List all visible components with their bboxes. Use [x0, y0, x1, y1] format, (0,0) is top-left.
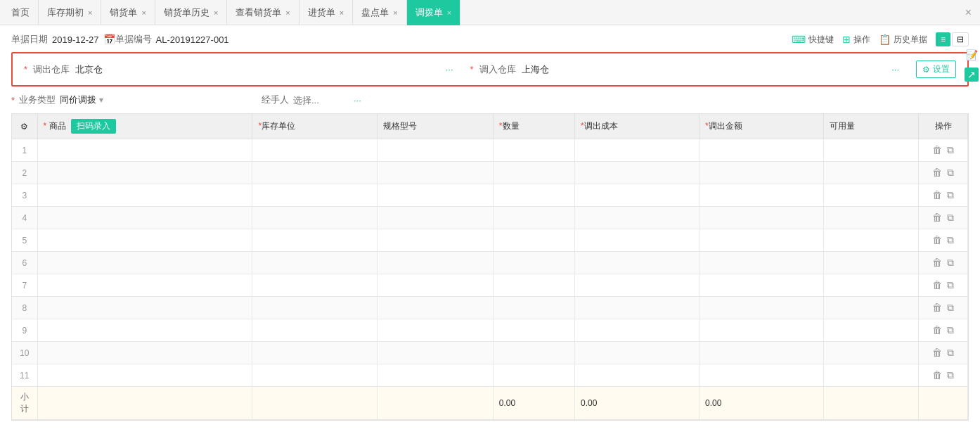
- available-cell[interactable]: [824, 229, 919, 252]
- product-cell[interactable]: [37, 364, 252, 387]
- available-cell[interactable]: [824, 207, 919, 229]
- product-cell[interactable]: [37, 162, 252, 184]
- unit-cell[interactable]: [252, 229, 377, 252]
- delete-icon[interactable]: 🗑: [932, 234, 942, 246]
- spec-cell[interactable]: [377, 319, 493, 342]
- available-cell[interactable]: [824, 319, 919, 342]
- setting-button[interactable]: ⚙ 设置: [916, 60, 956, 78]
- close-icon[interactable]: ×: [285, 8, 290, 17]
- amount-cell[interactable]: [699, 162, 824, 184]
- product-cell[interactable]: [37, 297, 252, 319]
- copy-icon[interactable]: ⧉: [947, 144, 954, 155]
- out-warehouse-dots[interactable]: ···: [446, 64, 453, 75]
- business-type-select[interactable]: 同价调拨 ▾: [60, 94, 250, 106]
- cost-cell[interactable]: [574, 162, 699, 184]
- unit-cell[interactable]: [252, 252, 377, 274]
- delete-icon[interactable]: 🗑: [932, 167, 942, 178]
- cost-cell[interactable]: [574, 252, 699, 274]
- copy-icon[interactable]: ⧉: [947, 257, 954, 268]
- quantity-cell[interactable]: [493, 207, 574, 229]
- product-cell[interactable]: [37, 139, 252, 162]
- cost-cell[interactable]: [574, 342, 699, 364]
- quantity-cell[interactable]: [493, 184, 574, 207]
- copy-icon[interactable]: ⧉: [947, 324, 954, 336]
- quantity-cell[interactable]: [493, 364, 574, 387]
- unit-cell[interactable]: [252, 274, 377, 297]
- quantity-cell[interactable]: [493, 319, 574, 342]
- spec-cell[interactable]: [377, 229, 493, 252]
- close-icon[interactable]: ×: [141, 8, 146, 17]
- tab-inventory-init[interactable]: 库存期初 ×: [39, 0, 101, 25]
- tab-home[interactable]: 首页: [3, 0, 39, 25]
- tab-sales-order[interactable]: 销货单 ×: [101, 0, 155, 25]
- copy-icon[interactable]: ⧉: [947, 279, 954, 291]
- quantity-cell[interactable]: [493, 229, 574, 252]
- tab-sales-history[interactable]: 销货单历史 ×: [155, 0, 227, 25]
- product-cell[interactable]: [37, 184, 252, 207]
- notes-icon[interactable]: 📝: [965, 48, 979, 62]
- available-cell[interactable]: [824, 274, 919, 297]
- delete-icon[interactable]: 🗑: [932, 279, 942, 291]
- spec-cell[interactable]: [377, 139, 493, 162]
- operation-btn[interactable]: ⊞ 操作: [842, 34, 870, 46]
- unit-cell[interactable]: [252, 207, 377, 229]
- close-icon[interactable]: ×: [340, 8, 344, 17]
- available-cell[interactable]: [824, 364, 919, 387]
- product-cell[interactable]: [37, 319, 252, 342]
- copy-icon[interactable]: ⧉: [947, 167, 954, 178]
- tab-inventory-check[interactable]: 盘点单 ×: [353, 0, 406, 25]
- tab-view-sales[interactable]: 查看销货单 ×: [227, 0, 299, 25]
- unit-cell[interactable]: [252, 162, 377, 184]
- calendar-icon[interactable]: 📅: [103, 34, 115, 45]
- history-btn[interactable]: 📋 历史单据: [879, 34, 927, 46]
- available-cell[interactable]: [824, 297, 919, 319]
- delete-icon[interactable]: 🗑: [932, 324, 942, 336]
- product-cell[interactable]: [37, 229, 252, 252]
- gear-column-header[interactable]: ⚙: [12, 114, 37, 139]
- delete-icon[interactable]: 🗑: [932, 257, 942, 268]
- close-icon[interactable]: ×: [393, 8, 397, 17]
- product-cell[interactable]: [37, 342, 252, 364]
- close-icon[interactable]: ×: [88, 8, 92, 17]
- amount-cell[interactable]: [699, 319, 824, 342]
- tab-transfer-order[interactable]: 调拨单 ×: [407, 0, 460, 25]
- unit-cell[interactable]: [252, 184, 377, 207]
- cost-cell[interactable]: [574, 229, 699, 252]
- window-close-button[interactable]: ×: [965, 6, 977, 19]
- amount-cell[interactable]: [699, 297, 824, 319]
- cost-cell[interactable]: [574, 139, 699, 162]
- copy-icon[interactable]: ⧉: [947, 302, 954, 313]
- amount-cell[interactable]: [699, 364, 824, 387]
- amount-cell[interactable]: [699, 342, 824, 364]
- in-warehouse-dots[interactable]: ···: [891, 64, 899, 75]
- spec-cell[interactable]: [377, 274, 493, 297]
- copy-icon[interactable]: ⧉: [947, 347, 954, 358]
- close-icon[interactable]: ×: [447, 8, 451, 17]
- cost-cell[interactable]: [574, 319, 699, 342]
- unit-cell[interactable]: [252, 139, 377, 162]
- close-icon[interactable]: ×: [214, 8, 218, 17]
- spec-cell[interactable]: [377, 364, 493, 387]
- amount-cell[interactable]: [699, 139, 824, 162]
- amount-cell[interactable]: [699, 184, 824, 207]
- handler-input[interactable]: [293, 95, 349, 106]
- product-cell[interactable]: [37, 274, 252, 297]
- amount-cell[interactable]: [699, 252, 824, 274]
- spec-cell[interactable]: [377, 162, 493, 184]
- amount-cell[interactable]: [699, 207, 824, 229]
- unit-cell[interactable]: [252, 364, 377, 387]
- quantity-cell[interactable]: [493, 274, 574, 297]
- tab-purchase-order[interactable]: 进货单 ×: [299, 0, 353, 25]
- cost-cell[interactable]: [574, 274, 699, 297]
- cost-cell[interactable]: [574, 207, 699, 229]
- quantity-cell[interactable]: [493, 342, 574, 364]
- delete-icon[interactable]: 🗑: [932, 347, 942, 358]
- shortcut-btn[interactable]: ⌨ 快捷键: [792, 34, 834, 46]
- available-cell[interactable]: [824, 162, 919, 184]
- product-cell[interactable]: [37, 252, 252, 274]
- quantity-cell[interactable]: [493, 162, 574, 184]
- delete-icon[interactable]: 🗑: [932, 302, 942, 313]
- available-cell[interactable]: [824, 252, 919, 274]
- amount-cell[interactable]: [699, 274, 824, 297]
- cost-cell[interactable]: [574, 297, 699, 319]
